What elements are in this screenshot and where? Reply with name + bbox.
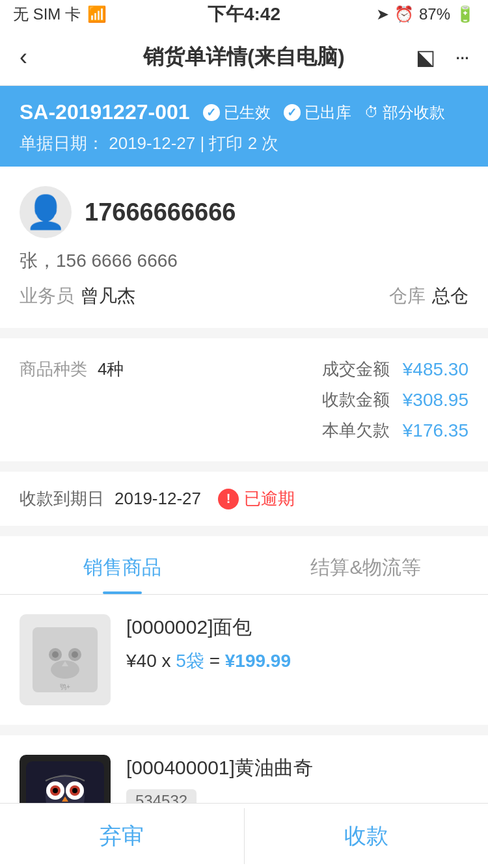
- carrier-text: 无 SIM 卡: [13, 4, 81, 25]
- price-eq-1: =: [204, 651, 225, 671]
- order-id: SA-20191227-001: [20, 100, 190, 124]
- salesman-value: 曾凡杰: [81, 284, 135, 308]
- stats-right: 成交金额 ¥485.30 收款金额 ¥308.95 本单欠款 ¥176.35: [322, 358, 468, 442]
- debt-label: 本单欠款: [322, 419, 390, 442]
- svg-point-3: [52, 651, 59, 658]
- svg-text:鸮+: 鸮+: [60, 683, 70, 690]
- page-title: 销货单详情(来自电脑): [143, 43, 344, 72]
- collected-row: 收款金额 ¥308.95: [322, 388, 468, 411]
- alarm-icon: ⏰: [394, 5, 414, 23]
- product-item: 鸮+ [0000002]面包 ¥40 x 5袋 = ¥199.99: [0, 595, 488, 725]
- battery-text: 87%: [419, 5, 450, 23]
- overdue-text: 已逾期: [244, 487, 295, 510]
- nav-actions: ⬕ ···: [416, 45, 468, 70]
- product-placeholder-icon: 鸮+: [33, 627, 98, 692]
- type-value: 4种: [98, 358, 124, 381]
- check-icon-active: ✓: [203, 104, 220, 121]
- warehouse-value: 总仓: [432, 284, 468, 308]
- stats-section: 商品种类 4种 成交金额 ¥485.30 收款金额 ¥308.95 本单欠款 ¥…: [0, 338, 488, 461]
- back-button[interactable]: ‹: [20, 37, 34, 77]
- status-left: 无 SIM 卡 📶: [13, 4, 107, 25]
- tab-sales-products[interactable]: 销售商品: [0, 536, 244, 594]
- customer-section: 👤 17666666666 张，156 6666 6666 业务员 曾凡杰 仓库…: [0, 167, 488, 328]
- stats-left: 商品种类 4种: [20, 358, 124, 381]
- status-bar: 无 SIM 卡 📶 下午4:42 ➤ ⏰ 87% 🔋: [0, 0, 488, 29]
- clock-icon: ⏱: [364, 104, 379, 121]
- tabs-section: 销售商品 结算&物流等: [0, 536, 488, 595]
- customer-info-row: 业务员 曾凡杰 仓库 总仓: [20, 284, 468, 308]
- deal-amount-label: 成交金额: [322, 358, 390, 381]
- svg-rect-0: [33, 627, 98, 692]
- product-qty-1: 5袋: [176, 651, 204, 671]
- nav-bar: ‹ 销货单详情(来自电脑) ⬕ ···: [0, 29, 488, 86]
- user-icon: 👤: [25, 193, 66, 231]
- badge-partial-text: 部分收款: [383, 102, 445, 123]
- due-label: 收款到期日: [20, 487, 104, 510]
- stats-row: 商品种类 4种 成交金额 ¥485.30 收款金额 ¥308.95 本单欠款 ¥…: [20, 358, 468, 442]
- location-icon: ➤: [376, 5, 389, 23]
- bottom-bar: 弃审 收款: [0, 803, 488, 868]
- product-price-1: ¥40 x 5袋 = ¥199.99: [126, 649, 468, 673]
- order-id-row: SA-20191227-001 ✓ 已生效 ✓ 已出库 ⏱ 部分收款: [20, 100, 468, 124]
- badge-active: ✓ 已生效: [203, 102, 271, 123]
- customer-sub-name: 张，156 6666 6666: [20, 249, 468, 273]
- price-base-1: ¥40 x: [126, 651, 176, 671]
- order-date: 2019-12-27: [109, 133, 195, 153]
- customer-row: 👤 17666666666: [20, 186, 468, 238]
- more-button[interactable]: ···: [455, 45, 468, 69]
- avatar: 👤: [20, 186, 72, 238]
- due-date: 2019-12-27: [115, 489, 201, 509]
- wifi-icon: 📶: [87, 5, 107, 23]
- badge-shipped-text: 已出库: [305, 102, 351, 123]
- product-image-1: 鸮+: [20, 614, 111, 705]
- collected-label: 收款金额: [322, 388, 390, 411]
- status-right: ➤ ⏰ 87% 🔋: [376, 5, 475, 23]
- status-time: 下午4:42: [208, 2, 280, 27]
- check-icon-shipped: ✓: [284, 104, 301, 121]
- debt-value: ¥176.35: [403, 420, 468, 441]
- share-button[interactable]: ⬕: [416, 45, 435, 70]
- date-label: 单据日期：: [20, 133, 104, 153]
- deal-amount-value: ¥485.30: [403, 359, 468, 380]
- product-name-2: [000400001]黄油曲奇: [126, 755, 468, 781]
- product-info-1: [0000002]面包 ¥40 x 5袋 = ¥199.99: [126, 614, 468, 673]
- overdue-icon: !: [218, 489, 239, 509]
- type-label: 商品种类: [20, 358, 87, 381]
- battery-icon: 🔋: [455, 5, 475, 23]
- product-name-1: [0000002]面包: [126, 614, 468, 641]
- svg-point-15: [72, 788, 77, 793]
- order-date-row: 单据日期： 2019-12-27 | 打印 2 次: [20, 132, 468, 155]
- collect-button[interactable]: 收款: [245, 808, 489, 864]
- warehouse-label: 仓库: [389, 284, 426, 308]
- badge-partial: ⏱ 部分收款: [364, 102, 445, 123]
- product-total-1: ¥199.99: [225, 651, 291, 671]
- overdue-badge: ! 已逾期: [218, 487, 295, 510]
- order-header: SA-20191227-001 ✓ 已生效 ✓ 已出库 ⏱ 部分收款 单据日期：…: [0, 86, 488, 167]
- badge-shipped: ✓ 已出库: [284, 102, 351, 123]
- badge-active-text: 已生效: [224, 102, 271, 123]
- due-section: 收款到期日 2019-12-27 ! 已逾期: [0, 472, 488, 526]
- salesman-label: 业务员: [20, 284, 74, 308]
- svg-point-14: [53, 788, 58, 793]
- deal-amount-row: 成交金额 ¥485.30: [322, 358, 468, 381]
- customer-id: 17666666666: [85, 198, 236, 226]
- collected-value: ¥308.95: [403, 390, 468, 411]
- print-info: | 打印 2 次: [200, 133, 278, 153]
- tab-settlement[interactable]: 结算&物流等: [244, 536, 488, 594]
- svg-point-4: [72, 651, 78, 658]
- reject-button[interactable]: 弃审: [0, 808, 245, 864]
- debt-row: 本单欠款 ¥176.35: [322, 419, 468, 442]
